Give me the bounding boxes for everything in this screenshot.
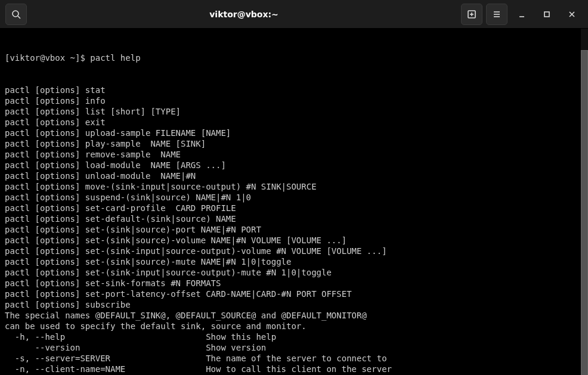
close-icon [567, 10, 577, 19]
output-line: -h, --help Show this help [5, 331, 583, 342]
svg-rect-9 [544, 12, 549, 17]
typed-command: pactl help [90, 53, 140, 63]
close-button[interactable] [561, 4, 583, 25]
output-line: pactl [options] set-card-profile CARD PR… [5, 203, 583, 213]
window-titlebar: viktor@vbox:~ [0, 0, 588, 29]
output-line: pactl [options] remove-sample NAME [5, 149, 583, 160]
output-line: pactl [options] set-port-latency-offset … [5, 289, 583, 299]
output-line: pactl [options] list [short] [TYPE] [5, 106, 583, 117]
minimize-icon [517, 10, 527, 19]
output-line: pactl [options] play-sample NAME [SINK] [5, 138, 583, 149]
output-line: pactl [options] suspend-(sink|source) NA… [5, 192, 583, 203]
output-line: --version Show version [5, 342, 583, 353]
output-line: pactl [options] set-(sink|source)-port N… [5, 224, 583, 235]
output-line: pactl [options] set-(sink|source)-volume… [5, 235, 583, 246]
output-line: pactl [options] load-module NAME [ARGS .… [5, 160, 583, 171]
scrollbar-thumb[interactable] [581, 50, 588, 375]
command-line: [viktor@vbox ~]$ pactl help [5, 52, 583, 63]
search-icon [11, 10, 21, 19]
output-line: pactl [options] set-(sink-input|source-o… [5, 267, 583, 278]
hamburger-icon [492, 10, 502, 19]
prompt: [viktor@vbox ~]$ [5, 53, 90, 63]
output-line: pactl [options] unload-module NAME|#N [5, 171, 583, 181]
output-line: The special names @DEFAULT_SINK@, @DEFAU… [5, 310, 583, 321]
scrollbar[interactable] [581, 29, 588, 375]
output-line: pactl [options] exit [5, 117, 583, 128]
output-line: pactl [options] subscribe [5, 299, 583, 310]
output-line: pactl [options] upload-sample FILENAME [… [5, 128, 583, 138]
new-tab-button[interactable] [461, 4, 482, 25]
minimize-button[interactable] [511, 4, 533, 25]
output-line: -n, --client-name=NAME How to call this … [5, 364, 583, 374]
output-line: pactl [options] set-default-(sink|source… [5, 213, 583, 224]
new-tab-icon [467, 10, 476, 19]
svg-point-0 [13, 11, 18, 17]
svg-line-1 [18, 16, 20, 18]
window-title: viktor@vbox:~ [29, 10, 459, 19]
output-line: pactl [options] set-(sink-input|source-o… [5, 246, 583, 256]
menu-button[interactable] [486, 4, 507, 25]
maximize-button[interactable] [536, 4, 558, 25]
output-line: pactl [options] set-sink-formats #N FORM… [5, 278, 583, 289]
output-line: pactl [options] stat [5, 85, 583, 95]
terminal-output: pactl [options] statpactl [options] info… [5, 85, 583, 374]
output-line: pactl [options] move-(sink-input|source-… [5, 181, 583, 192]
output-line: can be used to specify the default sink,… [5, 321, 583, 331]
terminal-area[interactable]: [viktor@vbox ~]$ pactl help pactl [optio… [0, 29, 588, 375]
maximize-icon [542, 10, 552, 19]
search-button[interactable] [5, 4, 27, 25]
output-line: pactl [options] set-(sink|source)-mute N… [5, 256, 583, 267]
output-line: pactl [options] info [5, 95, 583, 106]
output-line: -s, --server=SERVER The name of the serv… [5, 353, 583, 364]
